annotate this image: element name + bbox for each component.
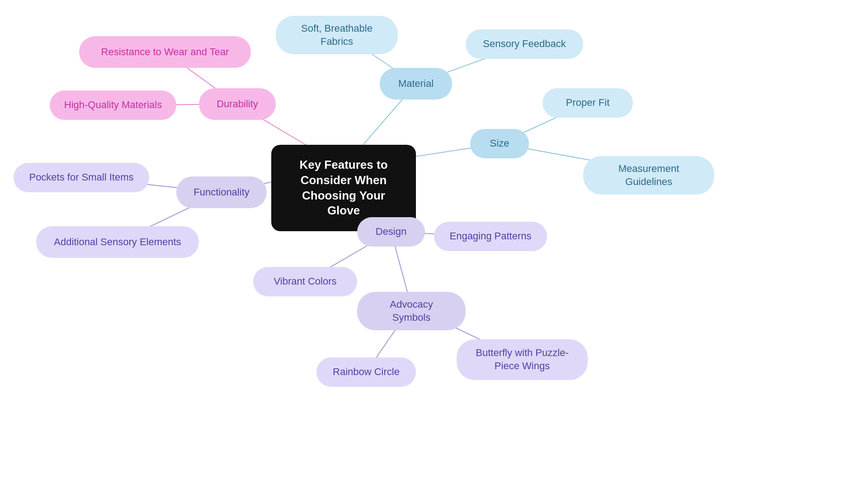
node-proper_fit: Proper Fit xyxy=(542,88,633,118)
node-resistance: Resistance to Wear and Tear xyxy=(79,36,251,68)
node-size: Size xyxy=(470,129,529,158)
node-advocacy_symbols: Advocacy Symbols xyxy=(357,292,466,330)
node-vibrant_colors: Vibrant Colors xyxy=(253,267,357,296)
node-additional_sensory: Additional Sensory Elements xyxy=(36,226,199,258)
node-engaging_patterns: Engaging Patterns xyxy=(434,222,547,251)
node-measurement_guidelines: Measurement Guidelines xyxy=(583,156,714,195)
node-design: Design xyxy=(357,217,425,247)
node-material: Material xyxy=(380,68,452,100)
node-functionality: Functionality xyxy=(176,176,267,208)
node-soft_fabrics: Soft, Breathable Fabrics xyxy=(276,16,398,54)
mindmap-container: Key Features to Consider When Choosing Y… xyxy=(0,0,868,490)
node-rainbow_circle: Rainbow Circle xyxy=(316,357,416,387)
node-sensory_feedback: Sensory Feedback xyxy=(466,29,583,59)
node-high_quality: High-Quality Materials xyxy=(50,90,176,120)
node-durability: Durability xyxy=(199,88,276,120)
node-pockets: Pockets for Small Items xyxy=(14,163,149,192)
node-butterfly: Butterfly with Puzzle-Piece Wings xyxy=(457,339,588,380)
